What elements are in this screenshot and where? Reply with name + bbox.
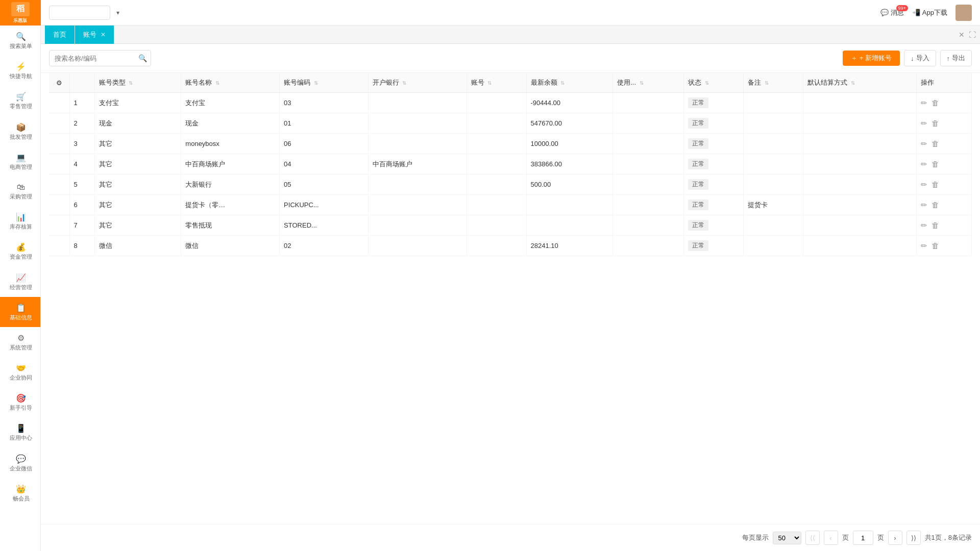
- col-code[interactable]: 账号编码 ⇅: [280, 73, 369, 93]
- delete-icon[interactable]: 🗑: [932, 201, 939, 209]
- edit-icon[interactable]: ✏: [921, 180, 927, 189]
- cell-balance: [526, 195, 613, 215]
- col-usage[interactable]: 使用... ⇅: [613, 73, 684, 93]
- edit-icon[interactable]: ✏: [921, 160, 927, 169]
- status-badge: 正常: [688, 199, 708, 210]
- col-status[interactable]: 状态 ⇅: [684, 73, 744, 93]
- member-icon: 👑: [16, 484, 26, 494]
- per-page-select[interactable]: 50 20 100: [773, 532, 801, 544]
- sidebar-item-guide[interactable]: 🎯 新手引导: [0, 387, 40, 417]
- sidebar-item-operations[interactable]: 📈 经营管理: [0, 267, 40, 297]
- tab-account[interactable]: 账号 ✕: [75, 26, 114, 44]
- sidebar-item-search[interactable]: 🔍 搜索菜单: [0, 26, 40, 56]
- col-default-settlement[interactable]: 默认结算方式 ⇅: [803, 73, 916, 93]
- cell-usage: [613, 93, 684, 113]
- app-download-button[interactable]: 📲 App下载: [912, 8, 947, 17]
- edit-icon[interactable]: ✏: [921, 139, 927, 148]
- cell-actions: ✏ 🗑: [917, 154, 972, 174]
- sort-code-icon: ⇅: [314, 80, 318, 86]
- cell-balance: 10000.00: [526, 134, 613, 154]
- sidebar-item-agreement[interactable]: 🤝 企业协同: [0, 357, 40, 387]
- cell-account: [467, 236, 526, 256]
- cell-status: 正常: [684, 174, 744, 195]
- chevron-right-last-icon[interactable]: ⟩⟩: [906, 531, 921, 545]
- sort-name-icon: ⇅: [215, 80, 219, 86]
- cell-index: 7: [69, 215, 94, 236]
- sidebar-item-inventory[interactable]: 📊 库存核算: [0, 206, 40, 236]
- col-remark[interactable]: 备注 ⇅: [744, 73, 803, 93]
- cell-name: 提货卡（零…: [181, 195, 280, 215]
- search-icon[interactable]: 🔍: [138, 54, 147, 62]
- cell-status: 正常: [684, 113, 744, 134]
- col-account[interactable]: 账号 ⇅: [467, 73, 526, 93]
- sort-status-icon: ⇅: [705, 80, 709, 86]
- delete-icon[interactable]: 🗑: [932, 221, 939, 230]
- cell-bank: [368, 195, 467, 215]
- tab-close-icon[interactable]: ✕: [101, 31, 106, 38]
- account-search-input[interactable]: [49, 50, 151, 66]
- chevron-left-first-icon[interactable]: ⟨⟨: [805, 531, 820, 545]
- sidebar-item-wholesale[interactable]: 📦 批发管理: [0, 116, 40, 146]
- import-button[interactable]: ↓ 导入: [904, 50, 936, 66]
- cell-status: 正常: [684, 93, 744, 113]
- delete-icon[interactable]: 🗑: [932, 119, 939, 128]
- message-button[interactable]: 💬 消息 99+: [880, 8, 904, 17]
- tabs-bar: 首页 账号 ✕ ✕ ⛶: [41, 26, 980, 44]
- edit-icon[interactable]: ✏: [921, 241, 927, 251]
- sort-bank-icon: ⇅: [402, 80, 406, 86]
- col-bank[interactable]: 开户银行 ⇅: [368, 73, 467, 93]
- toolbar-left: 🔍: [49, 50, 151, 66]
- header-dropdown[interactable]: ▾: [116, 9, 119, 16]
- tab-home[interactable]: 首页: [45, 26, 75, 44]
- export-button[interactable]: ↑ 导出: [940, 50, 972, 66]
- edit-icon[interactable]: ✏: [921, 98, 927, 108]
- col-type[interactable]: 账号类型 ⇅: [94, 73, 181, 93]
- sidebar-item-label: 零售管理: [10, 103, 32, 110]
- delete-icon[interactable]: 🗑: [932, 139, 939, 148]
- sidebar-item-wechat[interactable]: 💬 企业微信: [0, 448, 40, 478]
- delete-icon[interactable]: 🗑: [932, 241, 939, 250]
- sidebar-item-purchase[interactable]: 🛍 采购管理: [0, 177, 40, 206]
- tab-fullscreen-icon[interactable]: ⛶: [969, 31, 976, 39]
- sidebar-item-system[interactable]: ⚙ 系统管理: [0, 327, 40, 357]
- sidebar-item-ecommerce[interactable]: 💻 电商管理: [0, 146, 40, 177]
- tab-close-all-icon[interactable]: ✕: [959, 31, 965, 39]
- logo-text: 乐惠版: [13, 17, 27, 24]
- sidebar-item-label: 快捷导航: [10, 73, 32, 80]
- user-avatar[interactable]: [955, 5, 972, 21]
- sidebar-item-member[interactable]: 👑 畅会员: [0, 478, 40, 508]
- cell-bank: [368, 93, 467, 113]
- col-name[interactable]: 账号名称 ⇅: [181, 73, 280, 93]
- edit-icon[interactable]: ✏: [921, 119, 927, 128]
- cell-type: 支付宝: [94, 93, 181, 113]
- cell-index: 6: [69, 195, 94, 215]
- purchase-icon: 🛍: [17, 183, 25, 192]
- cell-status: 正常: [684, 154, 744, 174]
- cell-settings: [49, 113, 69, 134]
- col-balance[interactable]: 最新余额 ⇅: [526, 73, 613, 93]
- sidebar-item-retail[interactable]: 🛒 零售管理: [0, 86, 40, 116]
- header-search-input[interactable]: [49, 6, 110, 20]
- edit-icon[interactable]: ✏: [921, 201, 927, 210]
- cell-name: 大新银行: [181, 174, 280, 195]
- status-badge: 正常: [688, 179, 708, 190]
- content-area: 🔍 ＋ + 新增账号 ↓ 导入 ↑ 导出: [41, 44, 980, 551]
- col-settings[interactable]: ⚙: [49, 73, 69, 93]
- sidebar-item-basic[interactable]: 📋 基础信息: [0, 297, 40, 327]
- add-account-button[interactable]: ＋ + 新增账号: [843, 51, 900, 66]
- edit-icon[interactable]: ✏: [921, 221, 927, 230]
- sidebar-item-appcenter[interactable]: 📱 应用中心: [0, 417, 40, 447]
- delete-icon[interactable]: 🗑: [932, 180, 939, 189]
- page-input[interactable]: [853, 531, 873, 545]
- operations-icon: 📈: [16, 273, 26, 283]
- cell-balance: 500.00: [526, 174, 613, 195]
- delete-icon[interactable]: 🗑: [932, 98, 939, 107]
- cell-bank: [368, 134, 467, 154]
- delete-icon[interactable]: 🗑: [932, 160, 939, 168]
- chevron-left-icon[interactable]: ‹: [824, 531, 838, 545]
- sidebar-item-capital[interactable]: 💰 资金管理: [0, 236, 40, 266]
- chevron-right-icon[interactable]: ›: [888, 531, 902, 545]
- cell-usage: [613, 236, 684, 256]
- col-index: [69, 73, 94, 93]
- sidebar-item-quicknav[interactable]: ⚡ 快捷导航: [0, 56, 40, 86]
